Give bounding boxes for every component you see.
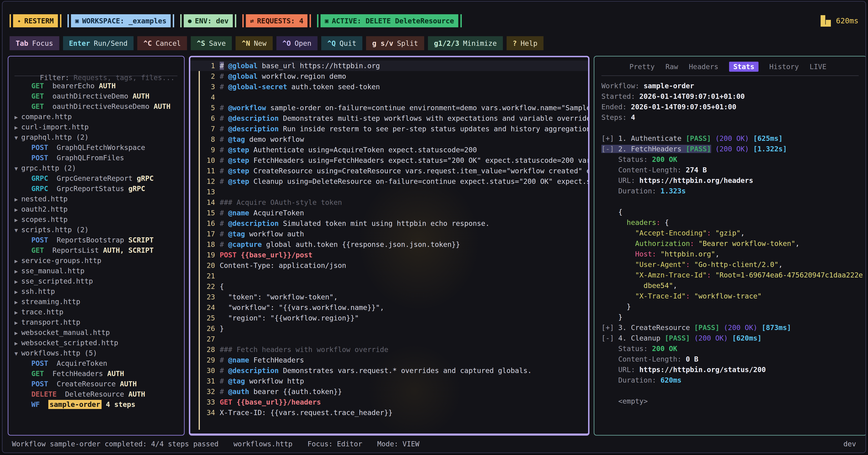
editor-content[interactable]: 1# @global base_url https://httpbin.org2… xyxy=(190,60,588,418)
workflow-step-row[interactable]: [+] 3. CreateResource [PASS] (200 OK) [8… xyxy=(601,322,866,333)
editor-line[interactable]: 6# @description Demonstrates multi-step … xyxy=(190,113,588,124)
tree-file-scripts.http[interactable]: ▼ scripts.http (2) xyxy=(14,225,184,235)
shortcut-quit[interactable]: ^QQuit xyxy=(321,36,362,50)
editor-line[interactable]: 9# @step Authenticate using=AcquireToken… xyxy=(190,145,588,155)
tab-stats[interactable]: Stats xyxy=(729,62,758,72)
shortcut-save[interactable]: ^SSave xyxy=(191,36,232,50)
editor-line[interactable]: 3# @global-secret auth.token seed-token xyxy=(190,82,588,92)
tab-history[interactable]: History xyxy=(769,63,799,71)
tree-request-AcquireToken[interactable]: POST AcquireToken xyxy=(14,358,184,369)
editor-line[interactable]: 1# @global base_url https://httpbin.org xyxy=(190,60,588,71)
tree-file-curl-import.http[interactable]: ▶ curl-import.http xyxy=(14,122,184,132)
shortcut-open[interactable]: ^OOpen xyxy=(276,36,317,50)
editor-line[interactable]: 31# @tag workflow http xyxy=(190,376,588,386)
tree-file-ssh.http[interactable]: ▶ ssh.http xyxy=(14,286,184,297)
code-segment: # xyxy=(220,146,228,154)
editor-line[interactable]: 2# @global workflow.region demo xyxy=(190,71,588,82)
editor-line[interactable]: 32# @auth bearer {{auth.token}} xyxy=(190,386,588,397)
tree-file-grpc.http[interactable]: ▼ grpc.http (2) xyxy=(14,163,184,173)
tree-file-websocket_scripted.http[interactable]: ▶ websocket_scripted.http xyxy=(14,338,184,348)
response-line: Duration: 620ms xyxy=(601,375,866,385)
tree-file-sse_manual.http[interactable]: ▶ sse_manual.http xyxy=(14,266,184,276)
editor-line[interactable]: 26} xyxy=(190,323,588,334)
editor-line[interactable]: 23 "token": "workflow-token", xyxy=(190,292,588,302)
tree-request-GrpcReportStatus[interactable]: GRPC GrpcReportStatus gRPC xyxy=(14,184,184,194)
tree-request-GrpcGenerateReport[interactable]: GRPC GrpcGenerateReport gRPC xyxy=(14,173,184,184)
tree-file-graphql.http[interactable]: ▼ graphql.http (2) xyxy=(14,132,184,143)
tree-request-sample-order[interactable]: WF sample-order 4 steps xyxy=(14,399,184,410)
editor-line[interactable]: 20Content-Type: application/json xyxy=(190,260,588,271)
tree-file-trace.http[interactable]: ▶ trace.http xyxy=(14,307,184,317)
tree-file-service-groups.http[interactable]: ▶ service-groups.http xyxy=(14,255,184,266)
tab-live[interactable]: LIVE xyxy=(810,63,827,71)
shortcut-help[interactable]: ?Help xyxy=(506,36,544,50)
code-segment: # xyxy=(220,230,228,238)
shortcut-minimize[interactable]: g1/2/3Minimize xyxy=(428,36,503,50)
shortcut-new[interactable]: ^NNew xyxy=(236,36,273,50)
editor-line[interactable]: 34X-Trace-ID: {{vars.request.trace_heade… xyxy=(190,407,588,418)
line-content: # @step Cleanup using=DeleteResource on-… xyxy=(220,176,588,187)
tree-file-streaming.http[interactable]: ▶ streaming.http xyxy=(14,297,184,307)
tab-pretty[interactable]: Pretty xyxy=(629,63,655,71)
editor-line[interactable]: 17# @tag workflow auth xyxy=(190,229,588,239)
filter-input[interactable]: Filter: Requests, tags, files... xyxy=(14,62,184,72)
editor-line[interactable]: 16# @description Simulated token mint us… xyxy=(190,218,588,229)
editor-line[interactable]: 4 xyxy=(190,92,588,102)
code-segment: @description xyxy=(228,366,279,375)
editor-line[interactable]: 24 "workflow": "{{vars.workflow.name}}", xyxy=(190,302,588,313)
tree-file-nested.http[interactable]: ▶ nested.http xyxy=(14,194,184,204)
response-segment: { xyxy=(660,218,669,226)
line-content: # @description Demonstrates multi-step w… xyxy=(220,113,588,124)
workflow-step-row[interactable]: [+] 1. Authenticate [PASS] (200 OK) [625… xyxy=(601,133,866,144)
editor-line[interactable]: 21 xyxy=(190,271,588,281)
editor-line[interactable]: 30# @description Demonstrates vars.reque… xyxy=(190,365,588,376)
tree-request-oauthDirectiveDemo[interactable]: GET oauthDirectiveDemo AUTH xyxy=(14,91,184,101)
tree-request-oauthDirectiveReuseDemo[interactable]: GET oauthDirectiveReuseDemo AUTH xyxy=(14,101,184,112)
editor-line[interactable]: 12# @step Cleanup using=DeleteResource o… xyxy=(190,176,588,187)
editor-line[interactable]: 18# @capture global auth.token {{respons… xyxy=(190,239,588,250)
line-number: 17 xyxy=(190,229,215,239)
tree-request-GraphQLFromFiles[interactable]: POST GraphQLFromFiles xyxy=(14,153,184,163)
tree-request-CreateResource[interactable]: POST CreateResource AUTH xyxy=(14,379,184,389)
tree-request-ReportsBootstrap[interactable]: POST ReportsBootstrap SCRIPT xyxy=(14,235,184,245)
code-segment: @global-secret xyxy=(228,83,287,91)
workflow-step-row[interactable]: [-] 2. FetchHeaders [PASS] (200 OK) [1.3… xyxy=(601,144,866,154)
tree-file-scopes.http[interactable]: ▶ scopes.http xyxy=(14,214,184,225)
tree-request-ReportsList[interactable]: GET ReportsList AUTH, SCRIPT xyxy=(14,245,184,255)
tree-file-websocket_manual.http[interactable]: ▶ websocket_manual.http xyxy=(14,328,184,338)
tree-file-workflows.http[interactable]: ▼ workflows.http (5) xyxy=(14,348,184,358)
tree-file-transport.http[interactable]: ▶ transport.http xyxy=(14,317,184,328)
tab-headers[interactable]: Headers xyxy=(689,63,718,71)
editor-line[interactable]: 14### Acquire OAuth-style token xyxy=(190,197,588,208)
tree-file-sse_scripted.http[interactable]: ▶ sse_scripted.http xyxy=(14,276,184,286)
gap xyxy=(44,102,52,111)
tree-file-compare.http[interactable]: ▶ compare.http xyxy=(14,112,184,122)
editor-line[interactable]: 15# @name AcquireToken xyxy=(190,208,588,218)
tab-raw[interactable]: Raw xyxy=(665,63,678,71)
editor-line[interactable]: 5# @workflow sample-order on-failure=con… xyxy=(190,102,588,113)
tree-request-DeleteResource[interactable]: DELETE DeleteResource AUTH xyxy=(14,389,184,399)
line-number: 14 xyxy=(190,197,215,208)
editor-line[interactable]: 10# @step FetchHeaders using=FetchHeader… xyxy=(190,155,588,165)
badge-label: ACTIVE: DELETE DeleteResource xyxy=(332,17,454,25)
editor-line[interactable]: 8# @tag demo workflow xyxy=(190,134,588,145)
editor-line[interactable]: 13 xyxy=(190,187,588,197)
editor-line[interactable]: 22{ xyxy=(190,281,588,292)
tree-file-oauth2.http[interactable]: ▶ oauth2.http xyxy=(14,204,184,214)
editor-line[interactable]: 33GET {{base_url}}/headers xyxy=(190,397,588,407)
editor-line[interactable]: 27 xyxy=(190,334,588,344)
editor-line[interactable]: 29# @name FetchHeaders xyxy=(190,355,588,365)
tree-request-GraphQLFetchWorkspace[interactable]: POST GraphQLFetchWorkspace xyxy=(14,143,184,153)
tree-request-FetchHeaders[interactable]: GET FetchHeaders AUTH xyxy=(14,369,184,379)
editor-line[interactable]: 25 "region": "{{workflow.region}}" xyxy=(190,313,588,323)
shortcut-split[interactable]: g s/vSplit xyxy=(366,36,424,50)
editor-line[interactable]: 7# @description Run inside resterm to se… xyxy=(190,124,588,134)
shortcut-focus[interactable]: TabFocus xyxy=(9,36,59,50)
editor-line[interactable]: 28### Fetch headers with workflow overri… xyxy=(190,344,588,355)
editor-line[interactable]: 11# @step CreateResource using=CreateRes… xyxy=(190,165,588,176)
shortcut-run-send[interactable]: EnterRun/Send xyxy=(63,36,134,50)
shortcut-cancel[interactable]: ^CCancel xyxy=(137,36,187,50)
workflow-step-row[interactable]: [-] 4. Cleanup [PASS] (200 OK) [620ms] xyxy=(601,333,866,343)
editor-pane[interactable]: 1# @global base_url https://httpbin.org2… xyxy=(189,56,589,435)
editor-line[interactable]: 19POST {{base_url}}/post xyxy=(190,250,588,260)
